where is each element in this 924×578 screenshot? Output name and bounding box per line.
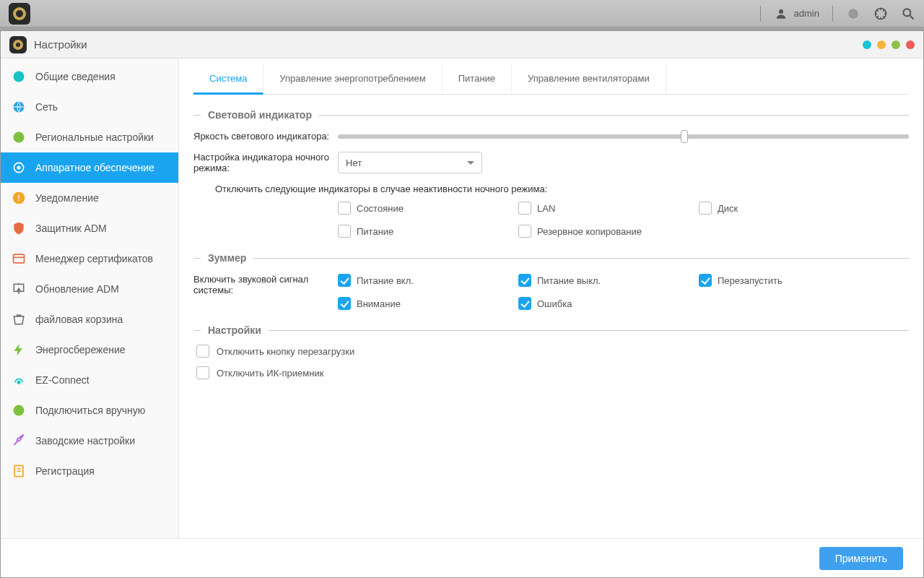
sidebar-item-label: Заводские настройки	[35, 435, 135, 447]
sidebar-icon	[11, 372, 27, 388]
top-taskbar: admin	[0, 0, 924, 27]
notification-icon[interactable]	[846, 7, 860, 21]
user-menu[interactable]: admin	[774, 7, 819, 21]
sidebar-icon	[11, 99, 27, 115]
led-check-1[interactable]: LAN	[518, 202, 699, 215]
window-help-button[interactable]	[863, 40, 871, 49]
window-titlebar[interactable]: Настройки	[1, 31, 923, 59]
sidebar-item-10[interactable]: EZ-Connect	[1, 365, 178, 395]
divider	[832, 6, 833, 22]
buzzer-check-0[interactable]: Питание вкл.	[338, 274, 518, 287]
buzzer-check-4[interactable]: Ошибка	[518, 297, 699, 310]
sidebar-item-label: Уведомление	[35, 192, 99, 204]
checkbox-label: Отключить кнопку перезагрузки	[217, 346, 354, 357]
led-check-3[interactable]: Питание	[338, 225, 518, 238]
taskbar-app-icon[interactable]	[9, 3, 30, 25]
svg-point-7	[14, 132, 25, 143]
settings-check-1[interactable]: Отключить ИК-приемник	[196, 366, 909, 379]
sidebar-item-4[interactable]: !Уведомление	[1, 183, 178, 213]
svg-point-15	[17, 381, 19, 384]
tab-0[interactable]: Система	[193, 64, 263, 95]
checkbox-label: Питание	[357, 226, 393, 237]
checkbox-icon	[699, 274, 712, 287]
svg-rect-12	[14, 254, 25, 263]
checkbox-label: Внимание	[357, 298, 401, 309]
sidebar-icon	[11, 69, 27, 85]
sidebar-icon	[11, 220, 27, 236]
sidebar-icon	[11, 402, 27, 418]
checkbox-label: Питание вкл.	[357, 275, 414, 286]
sidebar-icon	[11, 281, 27, 297]
svg-point-16	[14, 405, 25, 416]
checkbox-icon	[518, 274, 531, 287]
sidebar-item-13[interactable]: Регистрация	[1, 456, 178, 486]
checkbox-label: Отключить ИК-приемник	[217, 368, 323, 379]
window-minimize-button[interactable]	[877, 40, 886, 49]
checkbox-icon	[338, 225, 351, 238]
sidebar: Общие сведенияСетьРегиональные настройки…	[1, 59, 179, 538]
sidebar-item-11[interactable]: Подключиться вручную	[1, 395, 178, 426]
checkbox-icon	[518, 297, 531, 310]
checkbox-icon	[196, 366, 209, 379]
sidebar-icon	[11, 342, 27, 358]
sidebar-item-label: EZ-Connect	[35, 374, 90, 386]
sidebar-item-8[interactable]: файловая корзина	[1, 304, 178, 335]
sidebar-item-label: Регистрация	[35, 465, 95, 477]
buzzer-check-1[interactable]: Питание выкл.	[518, 274, 699, 287]
buzzer-enable-label: Включить звуковой сигнал системы:	[193, 274, 338, 310]
sidebar-item-0[interactable]: Общие сведения	[1, 61, 178, 92]
svg-line-4	[910, 15, 914, 19]
sidebar-item-7[interactable]: Обновление ADM	[1, 274, 178, 304]
checkbox-label: Резервное копирование	[537, 226, 642, 237]
sidebar-item-3[interactable]: Аппаратное обеспечение	[1, 152, 178, 183]
led-check-4[interactable]: Резервное копирование	[518, 225, 699, 238]
checkbox-label: Диск	[718, 203, 738, 214]
brightness-slider[interactable]	[338, 134, 909, 139]
checkbox-icon	[518, 225, 531, 238]
sidebar-icon	[11, 463, 27, 479]
tab-3[interactable]: Управление вентиляторами	[512, 64, 666, 94]
checkbox-icon	[699, 202, 712, 215]
svg-point-9	[17, 166, 21, 170]
night-mode-label: Настройка индикатора ночного режима:	[193, 152, 338, 173]
checkbox-icon	[338, 202, 351, 215]
sidebar-item-1[interactable]: Сеть	[1, 92, 178, 122]
buzzer-check-3[interactable]: Внимание	[338, 297, 518, 310]
checkbox-icon	[338, 297, 351, 310]
username-label: admin	[794, 8, 819, 19]
svg-point-3	[903, 9, 910, 16]
search-icon[interactable]	[901, 7, 915, 21]
footer: Применить	[1, 538, 923, 577]
window-close-button[interactable]	[906, 40, 915, 49]
sidebar-icon	[11, 129, 27, 145]
sidebar-item-6[interactable]: Менеджер сертификатов	[1, 243, 178, 274]
sidebar-item-label: Энергосбережение	[35, 344, 126, 355]
sidebar-icon	[11, 433, 27, 449]
sidebar-item-12[interactable]: Заводские настройки	[1, 426, 178, 456]
settings-check-0[interactable]: Отключить кнопку перезагрузки	[196, 345, 909, 358]
sidebar-item-2[interactable]: Региональные настройки	[1, 122, 178, 152]
sidebar-item-label: Аппаратное обеспечение	[35, 162, 154, 173]
window-maximize-button[interactable]	[892, 40, 900, 49]
tools-icon[interactable]	[873, 7, 888, 21]
checkbox-label: LAN	[537, 203, 555, 214]
tab-1[interactable]: Управление энергопотреблением	[263, 64, 442, 94]
led-check-0[interactable]: Состояние	[338, 202, 518, 215]
buzzer-check-2[interactable]: Перезапустить	[699, 274, 879, 287]
sidebar-item-label: файловая корзина	[35, 314, 123, 325]
section-title-buzzer: Зуммер	[193, 252, 909, 264]
tab-2[interactable]: Питание	[443, 64, 512, 94]
window-app-icon	[9, 36, 27, 53]
apply-button[interactable]: Применить	[819, 547, 903, 570]
svg-text:!: !	[17, 193, 20, 202]
led-check-2[interactable]: Диск	[699, 202, 879, 215]
sidebar-item-5[interactable]: Защитник ADM	[1, 213, 178, 243]
night-mode-select[interactable]: Нет	[338, 152, 482, 173]
divider	[760, 6, 761, 22]
sidebar-item-9[interactable]: Энергосбережение	[1, 335, 178, 365]
sidebar-item-label: Защитник ADM	[35, 223, 107, 234]
svg-point-1	[848, 9, 858, 19]
sidebar-icon: !	[11, 190, 27, 206]
sidebar-item-label: Общие сведения	[35, 71, 116, 82]
checkbox-label: Перезапустить	[718, 275, 783, 286]
